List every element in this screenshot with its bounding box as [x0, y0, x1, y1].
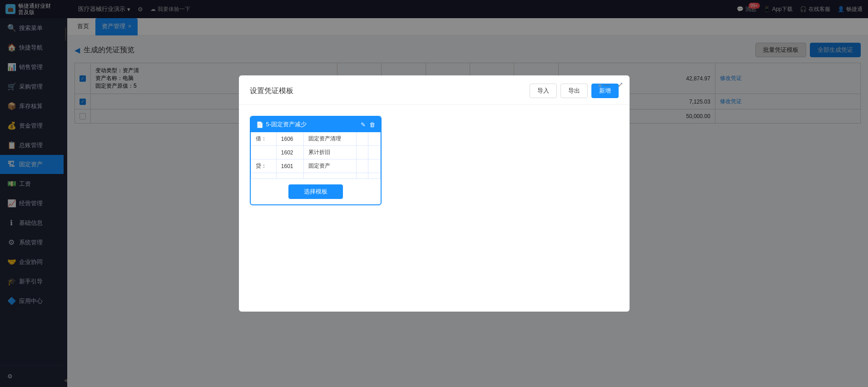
dialog-maximize-btn[interactable]: ⤢ [615, 79, 626, 90]
entry-extra [368, 159, 380, 173]
entry-extra [368, 132, 380, 146]
template-card-footer: 选择模板 [251, 179, 381, 204]
entry-code [276, 173, 303, 179]
template-list: 📄 5-固定资产减少 ✎ 🗑 借： [250, 116, 619, 205]
entry-name: 固定资产 [303, 159, 356, 173]
template-doc-icon: 📄 [256, 121, 263, 128]
dialog-overlay: — ⤢ 设置凭证模板 导入 导出 新增 × 📄 5-固定资产减少 [0, 0, 868, 387]
template-delete-icon[interactable]: 🗑 [369, 121, 375, 128]
export-btn[interactable]: 导出 [560, 84, 588, 98]
entry-type: 贷： [251, 159, 276, 173]
entry-name [303, 173, 356, 179]
entry-type: 借： [251, 132, 276, 146]
template-card-title: 📄 5-固定资产减少 [256, 120, 307, 129]
entry-amount [356, 146, 368, 159]
entry-code: 1606 [276, 132, 303, 146]
template-edit-icon[interactable]: ✎ [361, 121, 366, 128]
entry-type [251, 173, 276, 179]
entry-extra [368, 173, 380, 179]
dialog-body: 📄 5-固定资产减少 ✎ 🗑 借： [239, 105, 630, 312]
import-btn[interactable]: 导入 [530, 84, 557, 98]
template-card-body: 借： 1606 固定资产清理 1602 累计折旧 [251, 132, 381, 179]
entry-amount [356, 173, 368, 179]
dialog: — ⤢ 设置凭证模板 导入 导出 新增 × 📄 5-固定资产减少 [239, 75, 630, 312]
template-row [251, 173, 380, 179]
entry-amount [356, 132, 368, 146]
entry-amount [356, 159, 368, 173]
entry-name: 固定资产清理 [303, 132, 356, 146]
dialog-header: 设置凭证模板 导入 导出 新增 × [239, 75, 630, 105]
template-row: 1602 累计折旧 [251, 146, 380, 159]
select-template-btn[interactable]: 选择模板 [288, 184, 343, 199]
entry-extra [368, 146, 380, 159]
dialog-minimize-btn[interactable]: — [601, 79, 612, 90]
template-table: 借： 1606 固定资产清理 1602 累计折旧 [251, 132, 381, 179]
template-row: 借： 1606 固定资产清理 [251, 132, 380, 146]
entry-name: 累计折旧 [303, 146, 356, 159]
template-row: 贷： 1601 固定资产 [251, 159, 380, 173]
template-card: 📄 5-固定资产减少 ✎ 🗑 借： [250, 116, 382, 205]
modal-window-controls: — ⤢ [601, 79, 626, 90]
entry-code: 1601 [276, 159, 303, 173]
entry-code: 1602 [276, 146, 303, 159]
template-card-actions: ✎ 🗑 [361, 121, 375, 128]
dialog-title: 设置凭证模板 [250, 86, 293, 96]
template-card-header: 📄 5-固定资产减少 ✎ 🗑 [251, 117, 381, 132]
entry-type [251, 146, 276, 159]
